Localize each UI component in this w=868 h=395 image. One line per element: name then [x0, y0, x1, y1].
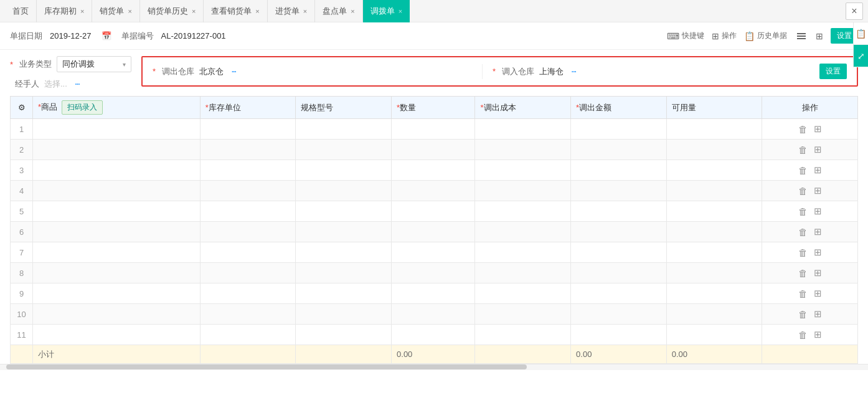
- avail-cell: [666, 119, 762, 140]
- tab-sales-order[interactable]: 销货单 ×: [92, 0, 139, 22]
- copy-row-button[interactable]: ⊞: [813, 225, 823, 239]
- spec-cell[interactable]: [296, 119, 392, 140]
- table-row: 11 🗑⊞: [11, 325, 858, 345]
- delete-row-button[interactable]: 🗑: [797, 287, 809, 300]
- table-row: 8 🗑⊞: [11, 263, 858, 283]
- date-value: 2019-12-27: [50, 31, 92, 40]
- lines-icon[interactable]: [795, 31, 808, 42]
- table-row: 5 🗑⊞: [11, 201, 858, 222]
- sidebar-expand-icon[interactable]: ⤢: [854, 45, 869, 67]
- close-tab-history[interactable]: ×: [192, 7, 196, 15]
- subtotal-avail: 0.00: [666, 345, 762, 364]
- warehouse-in-field: * 调入仓库 上海仓 ···: [493, 66, 812, 77]
- copy-row-button[interactable]: ⊞: [813, 163, 823, 177]
- copy-row-button[interactable]: ⊞: [813, 184, 823, 198]
- col-qty-header: *数量: [392, 97, 475, 119]
- col-spec-header: 规格型号: [296, 97, 392, 119]
- delete-row-button[interactable]: 🗑: [797, 164, 809, 177]
- delete-row-button[interactable]: 🗑: [797, 267, 809, 280]
- tab-inventory-init[interactable]: 库存期初 ×: [37, 0, 92, 22]
- horizontal-scrollbar[interactable]: [0, 364, 868, 370]
- scan-button[interactable]: 扫码录入: [62, 100, 103, 115]
- close-tab-purchase[interactable]: ×: [303, 7, 307, 15]
- copy-row-button[interactable]: ⊞: [813, 143, 823, 156]
- tab-view-sales[interactable]: 查看销货单 ×: [204, 0, 267, 22]
- col-amount-header: *调出金额: [571, 97, 667, 119]
- delete-row-button[interactable]: 🗑: [797, 308, 809, 321]
- product-cell[interactable]: [33, 119, 200, 140]
- business-type-label: 业务类型: [19, 59, 52, 70]
- close-tab-sales[interactable]: ×: [128, 7, 131, 15]
- row-num: 1: [11, 119, 33, 140]
- shortcuts-action[interactable]: ⌨ 快捷键: [667, 31, 704, 41]
- business-type-select[interactable]: 同价调拨 ▾: [57, 56, 131, 72]
- warehouse-settings-button[interactable]: 设置: [819, 64, 847, 79]
- close-tab-view-sales[interactable]: ×: [255, 7, 259, 15]
- delete-row-button[interactable]: 🗑: [797, 184, 809, 198]
- cost-cell[interactable]: [475, 119, 571, 140]
- delete-row-button[interactable]: 🗑: [797, 246, 809, 259]
- col-cost-header: *调出成本: [475, 97, 571, 119]
- business-type-value: 同价调拨: [62, 59, 95, 70]
- warehouse-in-more-icon[interactable]: ···: [571, 66, 575, 77]
- warehouse-out-more-icon[interactable]: ···: [231, 66, 235, 77]
- table-row: 1 🗑 ⊞: [11, 119, 858, 140]
- warehouse-form-box: * 调出仓库 北京仓 ··· * 调入仓库 上海仓 ··· 设置: [141, 56, 858, 87]
- table-row: 2 🗑⊞: [11, 140, 858, 160]
- subtotal-qty: 0.00: [392, 345, 475, 364]
- warehouse-out-label: 调出仓库: [162, 66, 194, 77]
- tab-bar: 首页 库存期初 × 销货单 × 销货单历史 × 查看销货单 × 进货单 × 盘点…: [0, 0, 868, 22]
- amount-cell[interactable]: [571, 119, 667, 140]
- form-left: * 业务类型 同价调拨 ▾ 经手人 选择... ···: [10, 56, 131, 90]
- warehouse-in-value: 上海仓: [539, 66, 564, 77]
- tab-purchase[interactable]: 进货单 ×: [268, 0, 315, 22]
- close-tab-transfer[interactable]: ×: [399, 7, 402, 15]
- subtotal-row: 小计 0.00 0.00 0.00: [11, 345, 858, 364]
- col-product-header: *商品 扫码录入: [33, 97, 200, 119]
- date-label: 单据日期: [10, 31, 42, 42]
- table-row: 3 🗑⊞: [11, 160, 858, 181]
- close-tab-stocktake[interactable]: ×: [351, 7, 354, 15]
- tab-stocktake[interactable]: 盘点单 ×: [315, 0, 362, 22]
- toolbar-left: 单据日期 2019-12-27 📅 单据编号 AL-20191227-001: [10, 31, 226, 42]
- copy-row-button[interactable]: ⊞: [813, 307, 823, 321]
- tab-home[interactable]: 首页: [5, 0, 37, 22]
- delete-row-button[interactable]: 🗑: [797, 205, 809, 218]
- col-gear[interactable]: ⚙: [11, 97, 33, 119]
- sidebar-doc-icon[interactable]: 📋: [854, 22, 869, 45]
- scrollbar-thumb[interactable]: [6, 364, 527, 369]
- tab-sales-history[interactable]: 销货单历史 ×: [140, 0, 204, 22]
- history-action[interactable]: 📋 历史单据: [744, 31, 787, 41]
- warehouse-out-field: * 调出仓库 北京仓 ···: [153, 66, 472, 77]
- operations-action[interactable]: ⊞ 操作: [712, 31, 737, 41]
- calendar-icon[interactable]: 📅: [101, 31, 111, 40]
- grid-view-icon[interactable]: ⊞: [816, 31, 823, 41]
- handler-more-icon[interactable]: ···: [75, 79, 79, 90]
- handler-label: 经手人: [15, 79, 39, 90]
- close-window-button[interactable]: ×: [846, 2, 863, 20]
- col-op-header: 操作: [762, 97, 858, 119]
- copy-row-button[interactable]: ⊞: [813, 328, 823, 341]
- op-cell: 🗑 ⊞: [762, 119, 858, 140]
- delete-row-button[interactable]: 🗑: [797, 328, 809, 341]
- close-tab-inventory[interactable]: ×: [80, 7, 84, 15]
- warehouse-divider: [482, 64, 483, 79]
- copy-row-button[interactable]: ⊞: [813, 266, 823, 280]
- tab-transfer[interactable]: 调拨单 ×: [363, 0, 410, 22]
- business-type-field: * 业务类型 同价调拨 ▾: [10, 56, 131, 72]
- gear-icon[interactable]: ⚙: [18, 103, 26, 112]
- toolbar-right: ⌨ 快捷键 ⊞ 操作 📋 历史单据 ⊞ 设置: [667, 28, 858, 44]
- delete-row-button[interactable]: 🗑: [797, 143, 809, 156]
- copy-row-button[interactable]: ⊞: [813, 204, 823, 218]
- handler-input[interactable]: 选择...: [44, 79, 67, 90]
- copy-row-button[interactable]: ⊞: [813, 245, 823, 259]
- qty-cell[interactable]: [392, 119, 475, 140]
- delete-row-button[interactable]: 🗑: [797, 123, 809, 136]
- unit-cell[interactable]: [200, 119, 296, 140]
- history-icon: 📋: [744, 31, 755, 41]
- copy-row-button[interactable]: ⊞: [813, 122, 823, 136]
- delete-row-button[interactable]: 🗑: [797, 226, 809, 239]
- copy-row-button[interactable]: ⊞: [813, 287, 823, 300]
- handler-field: 经手人 选择... ···: [15, 79, 131, 90]
- toolbar: 单据日期 2019-12-27 📅 单据编号 AL-20191227-001 ⌨…: [0, 22, 868, 50]
